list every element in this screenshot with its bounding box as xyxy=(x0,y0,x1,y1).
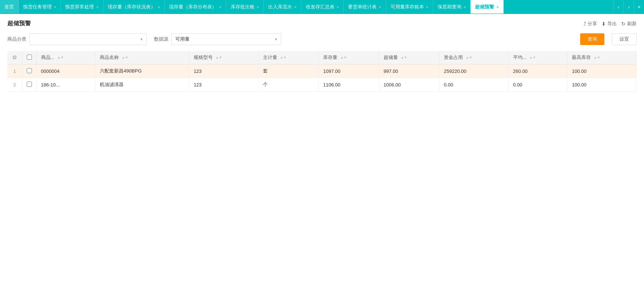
col-max-stock[interactable]: 最高库存 ▲▼ xyxy=(567,51,637,64)
nav-tab-3-label: 现存量（库存状况表） xyxy=(108,4,155,10)
col-spec[interactable]: 规格型号 ▲▼ xyxy=(189,51,258,64)
sort-icon-8: ▲▼ xyxy=(594,56,600,59)
nav-tab-7[interactable]: 收发存汇总表 × xyxy=(301,0,344,14)
cell-max-stock: 100.00 xyxy=(567,64,637,78)
col-unit[interactable]: 主计量 ▲▼ xyxy=(258,51,319,64)
nav-tab-5[interactable]: 库存批次账 × xyxy=(226,0,264,14)
sort-icon-0: ▲▼ xyxy=(57,56,64,59)
nav-tab-6[interactable]: 出入库流水 × xyxy=(264,0,301,14)
cell-overstock: 997.00 xyxy=(379,64,439,78)
category-select[interactable]: ▾ xyxy=(29,33,147,45)
col-product-code[interactable]: 商品... ▲▼ xyxy=(36,51,95,64)
sort-icon-2: ▲▼ xyxy=(216,56,222,59)
row-checkbox[interactable] xyxy=(27,68,32,73)
share-button[interactable]: ⤴ 分享 xyxy=(583,21,597,27)
refresh-label: 刷新 xyxy=(627,21,637,27)
cell-avg: 0.00 xyxy=(508,78,567,92)
nav-tab-3[interactable]: 现存量（库存状况表） × xyxy=(103,0,165,14)
row-checkbox[interactable] xyxy=(27,82,32,87)
col-product-name[interactable]: 商品名称 ▲▼ xyxy=(95,51,189,64)
page-header: 超储预警 ⤴ 分享 ⬇ 导出 ↻ 刷新 xyxy=(7,20,637,27)
settings-button[interactable]: 设置 xyxy=(612,33,637,45)
col-max-stock-label: 最高库存 xyxy=(572,55,591,60)
nav-tab-9[interactable]: 可用量库存账本 × xyxy=(386,0,433,14)
cell-product-code: 186-10... xyxy=(36,78,95,92)
nav-next-button[interactable]: › xyxy=(623,0,634,14)
col-product-name-label: 商品名称 xyxy=(100,55,119,60)
category-filter-label: 商品分类 xyxy=(7,36,26,42)
col-unit-label: 主计量 xyxy=(263,55,277,60)
table-row: 2 186-10... 机油滤清器 123 个 1106.00 1006.00 … xyxy=(7,78,637,92)
nav-tab-2[interactable]: 拣货异常处理 × xyxy=(61,0,103,14)
col-avg[interactable]: 平均... ▲▼ xyxy=(508,51,567,64)
col-capital-label: 资金占用 xyxy=(444,55,463,60)
cell-capital: 259220.00 xyxy=(439,64,508,78)
col-overstock[interactable]: 超储量 ▲▼ xyxy=(379,51,439,64)
select-all-checkbox[interactable] xyxy=(27,55,32,60)
sort-icon-4: ▲▼ xyxy=(340,56,347,59)
col-spec-label: 规格型号 xyxy=(194,55,213,60)
cell-product-name: 六配套新昌490BPG xyxy=(95,64,189,78)
nav-tab-home-label: 首页 xyxy=(4,4,14,10)
nav-tab-2-close[interactable]: × xyxy=(96,5,98,9)
nav-tab-5-label: 库存批次账 xyxy=(231,4,255,10)
nav-tab-4[interactable]: 现存量（库存分布表） × xyxy=(165,0,226,14)
col-overstock-label: 超储量 xyxy=(384,55,398,60)
nav-tab-8[interactable]: 要货单统计表 × xyxy=(344,0,386,14)
datasource-filter-label: 数据源 xyxy=(154,36,168,42)
col-stock[interactable]: 库存量 ▲▼ xyxy=(319,51,379,64)
cell-stock: 1097.00 xyxy=(319,64,379,78)
nav-tab-10[interactable]: 保质期查询 × xyxy=(433,0,471,14)
sort-icon-7: ▲▼ xyxy=(529,56,536,59)
refresh-button[interactable]: ↻ 刷新 xyxy=(621,21,637,27)
nav-tab-3-close[interactable]: × xyxy=(158,5,160,9)
nav-tab-1-close[interactable]: × xyxy=(54,5,56,9)
row-checkbox-cell xyxy=(22,64,36,78)
col-capital[interactable]: 资金占用 ▲▼ xyxy=(439,51,508,64)
nav-tab-5-close[interactable]: × xyxy=(257,5,259,9)
nav-tab-4-close[interactable]: × xyxy=(219,5,221,9)
gear-settings-icon[interactable]: ⚙ xyxy=(12,54,17,60)
nav-tab-8-label: 要货单统计表 xyxy=(348,4,377,10)
cell-overstock: 1006.00 xyxy=(379,78,439,92)
chevron-down-icon-2: ▾ xyxy=(275,37,277,42)
nav-tab-11[interactable]: 超储预警 × xyxy=(471,0,503,14)
nav-tab-11-label: 超储预警 xyxy=(475,4,494,10)
gear-header: ⚙ xyxy=(7,51,22,64)
datasource-select-value: 可用量 xyxy=(175,36,190,42)
export-icon: ⬇ xyxy=(601,21,606,27)
nav-tab-1[interactable]: 拣货任务管理 × xyxy=(19,0,61,14)
nav-more-button[interactable]: × xyxy=(634,0,644,14)
row-number: 1 xyxy=(7,64,22,78)
table-row: 1 0000004 六配套新昌490BPG 123 套 1097.00 997.… xyxy=(7,64,637,78)
sort-icon-6: ▲▼ xyxy=(466,56,472,59)
chevron-down-icon: ▾ xyxy=(140,37,143,42)
datasource-select[interactable]: 可用量 ▾ xyxy=(171,33,281,45)
nav-tab-11-close[interactable]: × xyxy=(496,5,498,9)
table-body: 1 0000004 六配套新昌490BPG 123 套 1097.00 997.… xyxy=(7,64,637,92)
top-nav: 首页 拣货任务管理 × 拣货异常处理 × 现存量（库存状况表） × 现存量（库存… xyxy=(0,0,644,14)
page-content: 超储预警 ⤴ 分享 ⬇ 导出 ↻ 刷新 商品分类 ▾ 数据源 xyxy=(0,14,644,293)
data-table: ⚙ 商品... ▲▼ 商品名称 ▲▼ 规格型号 ▲▼ xyxy=(7,51,637,92)
nav-tab-8-close[interactable]: × xyxy=(379,5,381,9)
export-button[interactable]: ⬇ 导出 xyxy=(601,21,617,27)
datasource-filter: 数据源 可用量 ▾ xyxy=(154,33,281,45)
nav-prev-button[interactable]: ‹ xyxy=(613,0,623,14)
query-button[interactable]: 查询 xyxy=(580,33,604,45)
nav-tab-6-close[interactable]: × xyxy=(294,5,296,9)
cell-avg: 260.00 xyxy=(508,64,567,78)
nav-tab-10-close[interactable]: × xyxy=(464,5,466,9)
share-label: 分享 xyxy=(588,21,597,27)
col-product-code-label: 商品... xyxy=(41,55,55,60)
nav-tab-7-close[interactable]: × xyxy=(337,5,339,9)
table-header-row: ⚙ 商品... ▲▼ 商品名称 ▲▼ 规格型号 ▲▼ xyxy=(7,51,637,64)
row-checkbox-cell xyxy=(22,78,36,92)
nav-tab-1-label: 拣货任务管理 xyxy=(23,4,52,10)
refresh-icon: ↻ xyxy=(621,21,626,27)
select-all-header xyxy=(22,51,36,64)
nav-tab-home[interactable]: 首页 xyxy=(0,0,19,14)
cell-unit: 个 xyxy=(258,78,319,92)
filter-row: 商品分类 ▾ 数据源 可用量 ▾ 查询 设置 xyxy=(7,33,637,45)
sort-icon-5: ▲▼ xyxy=(400,56,407,59)
nav-tab-9-close[interactable]: × xyxy=(426,5,428,9)
